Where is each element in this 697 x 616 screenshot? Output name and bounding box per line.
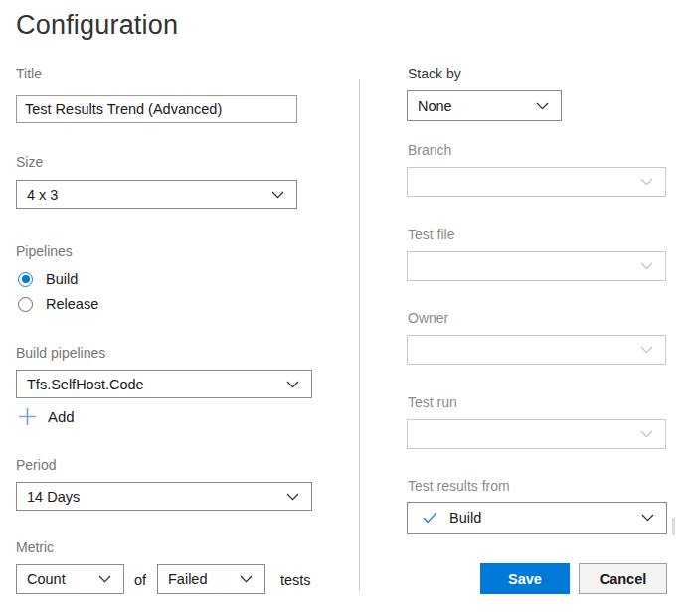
owner-label: Owner [408, 310, 448, 326]
metric-dropdown[interactable]: Count [16, 564, 124, 594]
cancel-button[interactable]: Cancel [579, 563, 667, 594]
column-divider [359, 79, 360, 591]
chevron-down-icon [271, 191, 284, 199]
plus-icon [18, 407, 37, 426]
chevron-down-icon [536, 102, 549, 110]
radio-unselected-icon [18, 297, 33, 312]
stack-by-dropdown-value: None [408, 98, 452, 114]
radio-build[interactable]: Build [18, 271, 78, 287]
test-results-from-dropdown[interactable]: Build [407, 502, 667, 534]
chevron-down-icon [640, 178, 653, 186]
metric-dropdown-value: Count [17, 571, 66, 587]
build-pipelines-dropdown-value: Tfs.SelfHost.Code [17, 377, 144, 392]
test-file-dropdown[interactable] [407, 251, 666, 281]
title-input[interactable] [16, 95, 297, 123]
period-dropdown-value: 14 Days [17, 489, 80, 505]
chevron-down-icon [98, 575, 111, 583]
stack-by-dropdown[interactable]: None [407, 90, 562, 121]
pipelines-label: Pipelines [16, 243, 73, 259]
chevron-down-icon [641, 514, 654, 522]
chevron-down-icon [640, 262, 653, 270]
branch-dropdown[interactable] [407, 167, 666, 197]
scrollbar-thumb[interactable] [672, 518, 675, 535]
period-label: Period [16, 457, 56, 473]
add-pipeline-button[interactable]: Add [18, 407, 75, 426]
checkmark-icon [423, 512, 437, 524]
radio-selected-icon [18, 272, 33, 287]
metric-label: Metric [16, 539, 54, 555]
title-label: Title [16, 66, 42, 81]
outcome-dropdown[interactable]: Failed [157, 564, 265, 594]
add-pipeline-label: Add [48, 408, 75, 425]
test-results-from-dropdown-value: Build [437, 510, 481, 526]
radio-release-label: Release [46, 296, 98, 312]
chevron-down-icon [240, 575, 253, 583]
build-pipelines-dropdown[interactable]: Tfs.SelfHost.Code [16, 370, 312, 398]
radio-release[interactable]: Release [18, 296, 98, 312]
size-label: Size [16, 154, 43, 170]
test-results-from-label: Test results from [408, 478, 510, 494]
outcome-dropdown-value: Failed [158, 571, 208, 587]
size-dropdown-value: 4 x 3 [17, 187, 58, 203]
chevron-down-icon [286, 381, 299, 388]
branch-label: Branch [408, 142, 451, 158]
configuration-dialog: Configuration Title Size 4 x 3 Pipelines… [0, 0, 697, 616]
owner-dropdown[interactable] [407, 335, 666, 365]
radio-build-label: Build [46, 271, 78, 287]
test-run-dropdown[interactable] [407, 419, 666, 449]
size-dropdown[interactable]: 4 x 3 [16, 180, 297, 209]
chevron-down-icon [640, 346, 653, 354]
test-file-label: Test file [408, 227, 454, 242]
chevron-down-icon [640, 430, 653, 438]
period-dropdown[interactable]: 14 Days [16, 482, 312, 511]
save-button[interactable]: Save [480, 563, 570, 594]
metric-of-text: of [134, 572, 146, 588]
page-title: Configuration [16, 10, 178, 41]
stack-by-label: Stack by [408, 66, 461, 81]
metric-tests-text: tests [280, 572, 311, 588]
build-pipelines-label: Build pipelines [16, 345, 105, 361]
chevron-down-icon [286, 493, 299, 501]
test-run-label: Test run [408, 394, 457, 410]
